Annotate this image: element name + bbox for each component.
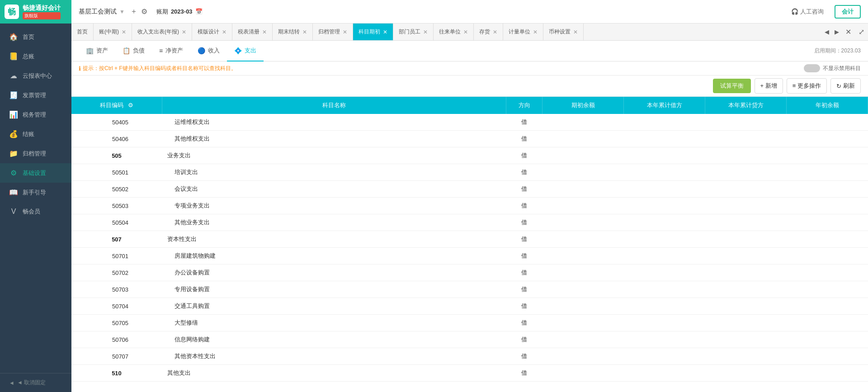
tab-收入支出表(年报)[interactable]: 收入支出表(年报)✕: [132, 24, 192, 41]
help-label: 人工咨询: [800, 8, 824, 16]
subtab-收入[interactable]: 🔵收入: [190, 41, 227, 61]
sidebar-item-label: 总账: [23, 52, 34, 61]
balance-btn[interactable]: 试算平衡: [713, 79, 751, 93]
project-dropdown-icon[interactable]: ▼: [119, 9, 125, 15]
tab-币种设置[interactable]: 币种设置✕: [543, 24, 584, 41]
cell-opening: [542, 298, 624, 315]
tabs-expand-btn[interactable]: ⤢: [855, 24, 868, 41]
sidebar-item-云报表中心[interactable]: ☁云报表中心: [0, 66, 71, 85]
tab-label: 首页: [77, 28, 88, 36]
cell-ytd-debit: [624, 248, 705, 264]
sidebar-collapse-btn[interactable]: ◄ ◄ 取消固定: [0, 373, 71, 392]
period-info: 启用期间：2023.03: [805, 47, 861, 55]
sidebar-item-税务管理[interactable]: 📊税务管理: [0, 105, 71, 124]
sidebar-item-总账[interactable]: 📒总账: [0, 47, 71, 66]
tab-close-icon[interactable]: ✕: [122, 29, 126, 35]
app-name: 畅捷通好会计: [23, 4, 61, 12]
add-tab-icon[interactable]: ＋: [130, 7, 137, 16]
cell-year-start: [787, 331, 868, 348]
tab-科目期初[interactable]: 科目期初✕: [353, 24, 393, 41]
cell-opening: [542, 198, 624, 214]
project-selector[interactable]: 基层工会测试 ▼: [79, 8, 125, 16]
cell-direction: 借: [506, 331, 542, 348]
subtab-负债[interactable]: 📋负债: [115, 41, 152, 61]
cell-ytd-debit: [624, 114, 705, 131]
tab-税表清册[interactable]: 税表清册✕: [232, 24, 273, 41]
more-btn[interactable]: ≡ 更多操作: [787, 78, 827, 94]
tab-模版设计[interactable]: 模版设计✕: [192, 24, 232, 41]
cell-year-start: [787, 315, 868, 331]
tabs-prev-btn[interactable]: ◀: [822, 24, 832, 41]
sidebar-item-label: 首页: [23, 33, 34, 41]
subtab-icon: ≡: [159, 47, 163, 54]
tab-close-icon[interactable]: ✕: [533, 29, 538, 35]
headset-icon: 🎧: [791, 8, 798, 15]
cell-year-start: [787, 147, 868, 164]
settings-gear-icon[interactable]: ⚙: [128, 102, 133, 109]
subtab-支出[interactable]: 💠支出: [227, 41, 264, 61]
tab-close-icon[interactable]: ✕: [493, 29, 497, 35]
tab-存货[interactable]: 存货✕: [474, 24, 503, 41]
tab-部门员工[interactable]: 部门员工✕: [393, 24, 434, 41]
cell-ytd-credit: [705, 231, 787, 248]
sidebar-item-label: 发票管理: [23, 91, 46, 99]
toggle-label: 不显示禁用科目: [823, 65, 861, 72]
table-body: 50405 运维维权支出 借 50406 其他维权支出 借 505 业务支出 借…: [71, 114, 868, 382]
nav-icon: ⚙: [9, 169, 18, 177]
calendar-icon[interactable]: 📅: [195, 8, 203, 15]
cell-ytd-debit: [624, 281, 705, 298]
tab-close-icon[interactable]: ✕: [343, 29, 347, 35]
nav-icon: 📖: [9, 188, 18, 197]
sidebar-item-畅会员[interactable]: V畅会员: [0, 202, 71, 221]
main-content: 基层工会测试 ▼ ＋ ⚙ 账期 2023-03 📅 🎧 人工咨询 会计 首页账(…: [71, 0, 868, 392]
tab-close-icon[interactable]: ✕: [302, 29, 307, 35]
app-logo: 畅 畅捷通好会计 旗舰版: [0, 0, 71, 24]
tabs-close-all-btn[interactable]: ✕: [842, 24, 855, 41]
cell-ytd-debit: [624, 214, 705, 231]
tab-close-icon[interactable]: ✕: [463, 29, 468, 35]
cell-opening: [542, 131, 624, 147]
tab-label: 收入支出表(年报): [137, 28, 179, 36]
sidebar-item-归档管理[interactable]: 📁归档管理: [0, 144, 71, 163]
subtabs-bar: 🏢资产📋负债≡净资产🔵收入💠支出 启用期间：2023.03: [71, 41, 868, 61]
sidebar-item-发票管理[interactable]: 🧾发票管理: [0, 85, 71, 105]
sidebar-item-结账[interactable]: 💰结账: [0, 124, 71, 144]
cell-code: 50501: [71, 164, 162, 181]
cell-ytd-debit: [624, 348, 705, 365]
tabs-next-btn[interactable]: ▶: [832, 24, 842, 41]
cell-ytd-debit: [624, 298, 705, 315]
tab-往来单位[interactable]: 往来单位✕: [434, 24, 474, 41]
nav-icon: 🏠: [9, 33, 18, 41]
tab-计量单位[interactable]: 计量单位✕: [503, 24, 543, 41]
cell-opening: [542, 331, 624, 348]
cell-code: 507: [71, 231, 162, 248]
tab-close-icon[interactable]: ✕: [423, 29, 428, 35]
tab-close-icon[interactable]: ✕: [182, 29, 186, 35]
tab-归档管理[interactable]: 归档管理✕: [313, 24, 353, 41]
help-btn[interactable]: 🎧 人工咨询: [791, 8, 824, 16]
tab-close-icon[interactable]: ✕: [573, 29, 578, 35]
subtab-label: 净资产: [165, 47, 183, 55]
tab-期末结转[interactable]: 期末结转✕: [273, 24, 313, 41]
tab-label: 模版设计: [198, 28, 219, 36]
settings-icon[interactable]: ⚙: [141, 7, 147, 16]
sidebar-item-首页[interactable]: 🏠首页: [0, 27, 71, 47]
sidebar-item-新手引导[interactable]: 📖新手引导: [0, 183, 71, 202]
tab-close-icon[interactable]: ✕: [222, 29, 226, 35]
sidebar-item-label: 畅会员: [23, 208, 40, 216]
refresh-btn[interactable]: ↻ 刷新: [830, 78, 861, 94]
subtab-净资产[interactable]: ≡净资产: [152, 41, 190, 61]
tab-label: 税表清册: [238, 28, 259, 36]
user-role-btn[interactable]: 会计: [835, 5, 861, 19]
subtab-资产[interactable]: 🏢资产: [79, 41, 115, 61]
add-btn[interactable]: + 新增: [755, 78, 783, 94]
tab-close-icon[interactable]: ✕: [262, 29, 267, 35]
cell-ytd-credit: [705, 214, 787, 231]
tab-账(中期)[interactable]: 账(中期)✕: [94, 24, 132, 41]
disable-toggle[interactable]: [804, 64, 820, 72]
sidebar-item-基础设置[interactable]: ⚙基础设置: [0, 163, 71, 183]
col-year-start: 年初余额: [787, 97, 868, 114]
tab-首页[interactable]: 首页: [71, 24, 94, 41]
tab-close-icon[interactable]: ✕: [383, 29, 387, 35]
cell-opening: [542, 315, 624, 331]
